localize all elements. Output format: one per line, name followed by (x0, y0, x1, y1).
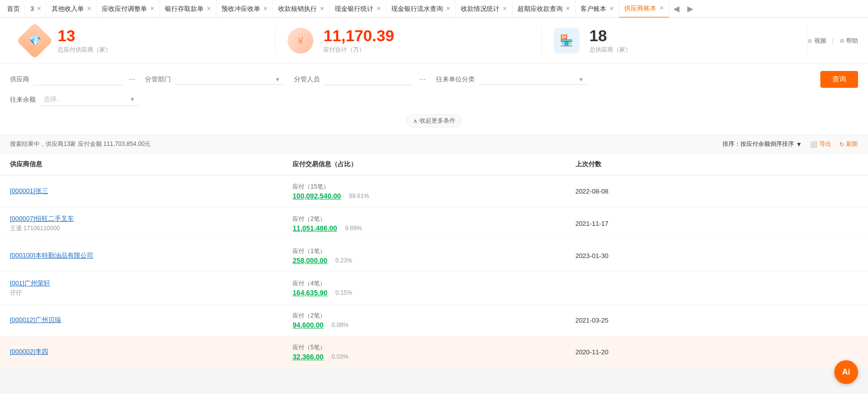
stat-label-1: 总应付供应商（家） (58, 46, 111, 54)
nav-close-cash-stats[interactable]: ✕ (376, 5, 381, 12)
nav-prepaid[interactable]: 预收冲应收单 ✕ (217, 0, 273, 18)
nav-prev-arrow[interactable]: ◀ (669, 4, 683, 13)
supplier-info-3: [001]广州荣轩 仔仔 (10, 279, 292, 297)
nav-home[interactable]: 首页 (2, 0, 25, 18)
stat-card-payable-suppliers: 💎 13 总应付供应商（家） (10, 26, 276, 56)
person-dots-icon[interactable]: ··· (419, 75, 426, 84)
supplier-link-2[interactable]: [000100]本特勤油品有限公司 (10, 252, 93, 259)
export-button[interactable]: ⬜ 导出 (810, 140, 831, 148)
sort-select[interactable]: 排序：按应付余额倒序排序 ▼ (723, 140, 802, 148)
payable-amount-1[interactable]: 11,051,486.00 (292, 224, 337, 232)
payable-total-icon: ¥ (286, 26, 315, 56)
nav-bank-deposit[interactable]: 银行存取款单 ✕ (160, 0, 217, 18)
supplier-link-1[interactable]: [000007]恒旺二手叉车 (10, 215, 74, 222)
query-button[interactable]: 查询 (820, 71, 858, 88)
supplier-info-5: [000002]李四 (10, 347, 292, 357)
nav-close-supplier-ledger[interactable]: ✕ (659, 5, 664, 11)
col-supplier-info: 供应商信息 (10, 160, 292, 169)
nav-bar: 首页 3 ✕ 其他收入单 ✕ 应收应付调整单 ✕ 银行存取款单 ✕ 预收冲应收单… (0, 0, 868, 18)
nav-other-income[interactable]: 其他收入单 ✕ (47, 0, 97, 18)
category-label: 往来单位分类 (436, 75, 475, 84)
nav-overdue[interactable]: 超期应收款查询 ✕ (512, 0, 576, 18)
nav-next-arrow[interactable]: ▶ (683, 4, 697, 13)
nav-close-customer-ledger[interactable]: ✕ (609, 5, 614, 12)
nav-collection[interactable]: 收款核销执行 ✕ (273, 0, 330, 18)
payable-amount-5[interactable]: 32,366.00 (292, 353, 323, 361)
filter-person: 分管人员 ··· (294, 73, 426, 85)
supplier-link-4[interactable]: [000012]广州贝瑞 (10, 316, 61, 324)
stat-card-payable-total: ¥ 11,170.39 应付合计（万） (276, 26, 541, 56)
filter-row-2: 往来余额 选择... ▼ (10, 93, 858, 106)
stat-value-2: 11,170.39 (323, 28, 394, 44)
filter-row-1: 供应商 ··· 分管部门 ▼ 分管人员 ··· 往来单位分类 ▼ (10, 71, 858, 88)
refresh-button[interactable]: ↻ 刷新 (839, 140, 858, 148)
payable-label-4: 应付（2笔） (292, 312, 575, 320)
last-payment-5: 2020-11-20 (576, 348, 858, 356)
table-row: [000012]广州贝瑞 应付（2笔） 94,600.00 0.08% 2021… (0, 305, 868, 336)
nav-close-adjustment[interactable]: ✕ (150, 5, 154, 12)
payable-row-0: 100,092,540.00 89.61% (292, 192, 575, 200)
nav-cash-stats[interactable]: 现金银行统计 ✕ (330, 0, 386, 18)
nav-receipt-stats[interactable]: 收款情况统计 ✕ (456, 0, 512, 18)
payable-pct-2: 0.23% (335, 257, 352, 264)
nav-supplier-ledger[interactable]: 供应商账本 ✕ (619, 0, 669, 18)
supplier-link-0[interactable]: [000001]张三 (10, 187, 48, 195)
table-row: [001]广州荣轩 仔仔 应付（4笔） 164,635.90 0.15% (0, 272, 868, 305)
category-select[interactable]: ▼ (479, 74, 588, 85)
payable-info-1: 应付（2笔） 11,051,486.00 9.89% (292, 215, 575, 232)
nav-customer-ledger[interactable]: 客户账本 ✕ (576, 0, 619, 18)
stat-card-3-text: 18 总供应商（家） (589, 28, 631, 54)
supplier-link-3[interactable]: [001]广州荣轩 (10, 279, 50, 287)
payable-amount-0[interactable]: 100,092,540.00 (292, 192, 341, 200)
last-payment-0: 2022-08-08 (576, 188, 858, 195)
table-row: [000100]本特勤油品有限公司 应付（1笔） 258,000.00 0.23… (0, 240, 868, 272)
payable-suppliers-icon: 💎 (20, 26, 50, 56)
payable-amount-2[interactable]: 258,000.00 (292, 257, 327, 264)
dept-select[interactable]: ▼ (175, 74, 284, 85)
nav-close-overdue[interactable]: ✕ (566, 5, 570, 12)
nav-cash-flow[interactable]: 现金银行流水查询 ✕ (386, 0, 456, 18)
supplier-label: 供应商 (10, 75, 29, 84)
nav-close-bank-deposit[interactable]: ✕ (207, 5, 211, 12)
sort-label: 排序：按应付余额倒序排序 (723, 140, 794, 148)
nav-close-collection[interactable]: ✕ (320, 5, 324, 12)
sort-area: 排序：按应付余额倒序排序 ▼ ⬜ 导出 ↻ 刷新 (723, 140, 858, 148)
total-suppliers-icon: 🏪 (552, 26, 581, 56)
nav-close-cash-flow[interactable]: ✕ (446, 5, 450, 12)
video-link[interactable]: ⊙ 视频 (807, 37, 826, 45)
payable-amount-4[interactable]: 94,600.00 (292, 321, 323, 329)
payable-label-3: 应付（4笔） (292, 279, 575, 288)
nav-close-other-income[interactable]: ✕ (87, 5, 91, 12)
nav-close-prepaid[interactable]: ✕ (263, 5, 268, 12)
collapse-button[interactable]: ∧ 收起更多条件 (407, 114, 462, 128)
dept-dropdown-icon: ▼ (275, 76, 280, 82)
payable-info-2: 应付（1笔） 258,000.00 0.23% (292, 247, 575, 264)
payable-label-2: 应付（1笔） (292, 247, 575, 256)
payable-amount-3[interactable]: 164,635.90 (292, 289, 327, 297)
col-payable-info: 应付交易信息（占比） (292, 160, 575, 169)
stat-card-1-text: 13 总应付供应商（家） (58, 28, 111, 54)
nav-adjustment[interactable]: 应收应付调整单 ✕ (97, 0, 160, 18)
supplier-dots-icon[interactable]: ··· (129, 75, 135, 84)
payable-row-1: 11,051,486.00 9.89% (292, 224, 575, 232)
payable-label-1: 应付（2笔） (292, 215, 575, 223)
person-input[interactable] (324, 73, 413, 85)
supplier-info-1: [000007]恒旺二手叉车 王通 17106110000 (10, 214, 292, 233)
table-area: 供应商信息 应付交易信息（占比） 上次付数 [000001]张三 应付（15笔）… (0, 154, 868, 368)
stat-label-3: 总供应商（家） (589, 46, 631, 54)
balance-select[interactable]: 选择... ▼ (40, 93, 139, 106)
table-body: [000001]张三 应付（15笔） 100,092,540.00 89.61%… (0, 176, 868, 368)
stat-value-1: 13 (58, 28, 111, 44)
balance-placeholder: 选择... (44, 95, 130, 104)
nav-tab-3[interactable]: 3 ✕ (25, 0, 47, 18)
nav-close-3[interactable]: ✕ (37, 5, 41, 12)
sort-dropdown-icon: ▼ (796, 141, 802, 148)
help-link[interactable]: ⊙ 帮助 (840, 37, 858, 45)
payable-label-5: 应付（5笔） (292, 343, 575, 352)
last-payment-4: 2021-03-25 (576, 317, 858, 324)
supplier-link-5[interactable]: [000002]李四 (10, 348, 48, 355)
nav-close-receipt-stats[interactable]: ✕ (503, 5, 507, 12)
category-dropdown-icon: ▼ (579, 76, 584, 82)
supplier-input[interactable] (33, 73, 123, 85)
payable-info-3: 应付（4笔） 164,635.90 0.15% (292, 279, 575, 297)
